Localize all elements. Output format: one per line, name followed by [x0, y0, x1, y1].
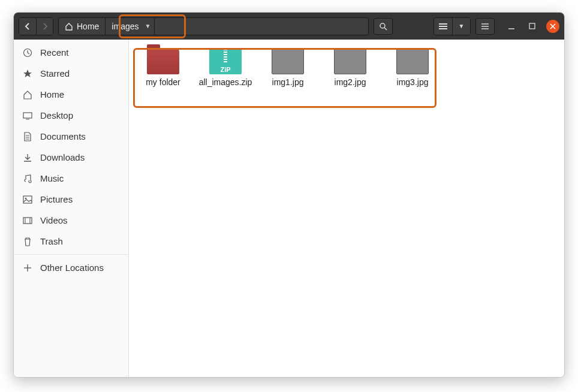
- close-button[interactable]: [546, 20, 559, 33]
- sidebar-item-trash[interactable]: Trash: [14, 231, 128, 252]
- sidebar-item-label: Desktop: [40, 110, 73, 120]
- image-thumb: [272, 48, 304, 74]
- sidebar-item-label: Home: [40, 89, 64, 99]
- files-area[interactable]: my folder all_images.zip img1.jpg img2.j…: [129, 40, 564, 377]
- sidebar-item-starred[interactable]: Starred: [14, 63, 128, 84]
- svg-point-0: [380, 23, 385, 28]
- hamburger-menu-button[interactable]: [475, 18, 495, 35]
- svg-rect-13: [23, 113, 32, 118]
- sidebar-item-label: Downloads: [40, 152, 85, 162]
- sidebar-separator: [14, 254, 128, 255]
- path-current-label: images: [112, 22, 139, 31]
- desktop-icon: [22, 111, 33, 120]
- path-current[interactable]: images ▼: [106, 18, 155, 35]
- window-controls: [505, 20, 559, 33]
- svg-rect-20: [23, 218, 32, 224]
- star-icon: [22, 69, 33, 79]
- forward-button[interactable]: [36, 18, 53, 35]
- home-icon: [22, 90, 33, 99]
- folder-icon: [147, 48, 179, 74]
- sidebar-item-home[interactable]: Home: [14, 84, 128, 105]
- sidebar-item-label: Videos: [40, 215, 68, 225]
- clock-icon: [22, 48, 33, 58]
- back-button[interactable]: [19, 18, 36, 35]
- view-switcher: ▼: [434, 17, 471, 35]
- sidebar-item-downloads[interactable]: Downloads: [14, 147, 128, 168]
- image-thumb: [396, 48, 429, 74]
- sidebar-item-pictures[interactable]: Pictures: [14, 189, 128, 210]
- sidebar-item-label: Pictures: [40, 194, 73, 204]
- path-home-label: Home: [77, 22, 99, 31]
- sidebar: Recent Starred Home Desktop Documents Do…: [14, 40, 129, 377]
- sidebar-item-label: Music: [40, 173, 64, 183]
- sidebar-item-other-locations[interactable]: Other Locations: [14, 257, 128, 278]
- file-label: img2.jpg: [335, 77, 366, 88]
- sidebar-item-label: Recent: [40, 47, 69, 58]
- path-home[interactable]: Home: [59, 18, 106, 35]
- headerbar: Home images ▼ ▼: [14, 13, 564, 40]
- search-button[interactable]: [374, 18, 393, 35]
- file-item-img2[interactable]: img2.jpg: [327, 48, 374, 88]
- sidebar-item-documents[interactable]: Documents: [14, 126, 128, 147]
- svg-line-1: [384, 28, 387, 30]
- sidebar-item-recent[interactable]: Recent: [14, 42, 128, 63]
- chevron-down-icon: ▼: [145, 23, 151, 29]
- documents-icon: [22, 132, 33, 141]
- view-dropdown-button[interactable]: ▼: [452, 18, 470, 35]
- sidebar-item-desktop[interactable]: Desktop: [14, 105, 128, 126]
- pathbar: Home images ▼: [58, 17, 369, 35]
- maximize-button[interactable]: [526, 20, 538, 32]
- svg-rect-9: [529, 23, 535, 29]
- body: Recent Starred Home Desktop Documents Do…: [14, 40, 564, 377]
- svg-rect-18: [23, 196, 32, 203]
- file-label: img3.jpg: [397, 77, 429, 88]
- image-thumb: [334, 48, 366, 74]
- files-grid: my folder all_images.zip img1.jpg img2.j…: [140, 48, 553, 88]
- sidebar-item-label: Other Locations: [40, 263, 104, 273]
- file-item-img1[interactable]: img1.jpg: [264, 48, 311, 88]
- file-label: my folder: [146, 77, 180, 88]
- svg-point-19: [25, 197, 27, 199]
- list-view-button[interactable]: [434, 18, 452, 35]
- file-item-zip[interactable]: all_images.zip: [202, 48, 249, 88]
- pictures-icon: [22, 195, 33, 204]
- file-item-img3[interactable]: img3.jpg: [389, 48, 436, 88]
- trash-icon: [22, 237, 33, 246]
- sidebar-item-videos[interactable]: Videos: [14, 210, 128, 231]
- sidebar-item-music[interactable]: Music: [14, 168, 128, 189]
- music-icon: [22, 174, 33, 183]
- file-label: img1.jpg: [272, 77, 304, 88]
- downloads-icon: [22, 153, 33, 162]
- minimize-button[interactable]: [505, 20, 517, 32]
- plus-icon: [22, 264, 33, 272]
- sidebar-item-label: Trash: [40, 236, 63, 246]
- sidebar-item-label: Documents: [40, 131, 86, 141]
- file-manager-window: Home images ▼ ▼: [13, 12, 565, 378]
- file-label: all_images.zip: [199, 77, 252, 88]
- zip-icon: [209, 48, 242, 74]
- home-icon: [65, 22, 73, 31]
- file-item-folder[interactable]: my folder: [140, 48, 186, 88]
- sidebar-item-label: Starred: [40, 68, 70, 79]
- nav-buttons: [19, 17, 53, 35]
- videos-icon: [22, 216, 33, 225]
